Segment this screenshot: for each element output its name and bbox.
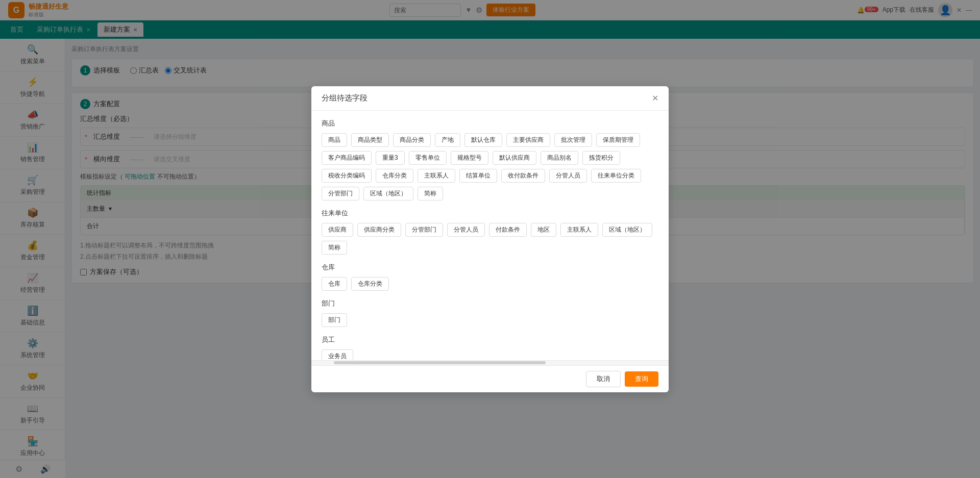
field-tag[interactable]: 重量3 [376,151,405,165]
section-employee-tags: 业务员 [322,349,658,360]
modal-close-icon[interactable]: ✕ [652,93,658,103]
field-tag[interactable]: 默认供应商 [493,151,536,165]
field-tag[interactable]: 付款条件 [489,223,527,237]
field-tag[interactable]: 默认仓库 [464,133,502,147]
section-partner: 往来单位 供应商 供应商分类 分管部门 分管人员 付款条件 地区 主联系人 区域… [322,209,658,255]
field-tag[interactable]: 收付款条件 [501,169,545,183]
field-tag[interactable]: 分管部门 [322,187,359,200]
field-tag[interactable]: 批次管理 [554,133,592,147]
section-warehouse-tags: 仓库 仓库分类 [322,277,658,291]
section-employee-title: 员工 [322,335,658,344]
section-goods: 商品 商品 商品类型 商品分类 产地 默认仓库 主要供应商 批次管理 保质期管理… [322,119,658,200]
field-tag[interactable]: 税收分类编码 [322,169,372,183]
field-tag[interactable]: 规格型号 [451,151,488,165]
field-tag[interactable]: 仓库分类 [376,169,413,183]
field-tag[interactable]: 商品分类 [393,133,431,147]
field-tag[interactable]: 分管人员 [447,223,485,237]
field-tag[interactable]: 商品别名 [541,151,578,165]
section-partner-tags: 供应商 供应商分类 分管部门 分管人员 付款条件 地区 主联系人 区域（地区） … [322,223,658,255]
field-tag[interactable]: 业务员 [322,349,353,360]
field-tag[interactable]: 商品 [322,133,347,147]
section-warehouse: 仓库 仓库 仓库分类 [322,263,658,291]
field-tag[interactable]: 供应商分类 [357,223,401,237]
section-department: 部门 部门 [322,299,658,327]
modal-title: 分组待选字段 [322,93,368,103]
section-warehouse-title: 仓库 [322,263,658,272]
field-tag[interactable]: 区域（地区） [602,223,652,237]
confirm-button[interactable]: 查询 [625,371,658,387]
section-partner-title: 往来单位 [322,209,658,218]
field-tag[interactable]: 主要供应商 [506,133,550,147]
field-tag[interactable]: 商品类型 [351,133,389,147]
field-tag[interactable]: 分管部门 [405,223,443,237]
section-department-title: 部门 [322,299,658,308]
field-tag[interactable]: 产地 [435,133,460,147]
modal-hscroll[interactable] [311,360,669,365]
field-tag[interactable]: 仓库分类 [351,277,389,291]
field-tag[interactable]: 零售单位 [409,151,447,165]
section-department-tags: 部门 [322,313,658,327]
field-tag[interactable]: 客户商品编码 [322,151,372,165]
field-tag[interactable]: 地区 [531,223,556,237]
field-tag[interactable]: 主联系人 [418,169,455,183]
field-tag[interactable]: 区域（地区） [363,187,413,200]
field-select-modal: 分组待选字段 ✕ 商品 商品 商品类型 商品分类 产地 默认仓库 主要供应商 批… [311,86,669,392]
modal-header: 分组待选字段 ✕ [311,86,669,111]
section-goods-tags: 商品 商品类型 商品分类 产地 默认仓库 主要供应商 批次管理 保质期管理 客户… [322,133,658,200]
cancel-button[interactable]: 取消 [586,371,621,387]
field-tag[interactable]: 往来单位分类 [591,169,641,183]
field-tag[interactable]: 简称 [418,187,443,200]
field-tag[interactable]: 部门 [322,313,347,327]
field-tag[interactable]: 供应商 [322,223,353,237]
field-tag[interactable]: 保质期管理 [596,133,640,147]
field-tag[interactable]: 结算单位 [459,169,497,183]
modal-body[interactable]: 商品 商品 商品类型 商品分类 产地 默认仓库 主要供应商 批次管理 保质期管理… [311,111,669,360]
section-employee: 员工 业务员 [322,335,658,360]
hscroll-thumb[interactable] [334,361,546,364]
field-tag[interactable]: 简称 [322,241,347,255]
field-tag[interactable]: 拣货积分 [582,151,620,165]
modal-overlay: 分组待选字段 ✕ 商品 商品 商品类型 商品分类 产地 默认仓库 主要供应商 批… [0,0,980,478]
field-tag[interactable]: 仓库 [322,277,347,291]
field-tag[interactable]: 分管人员 [549,169,587,183]
field-tag[interactable]: 主联系人 [560,223,598,237]
section-goods-title: 商品 [322,119,658,128]
modal-footer: 取消 查询 [311,365,669,392]
